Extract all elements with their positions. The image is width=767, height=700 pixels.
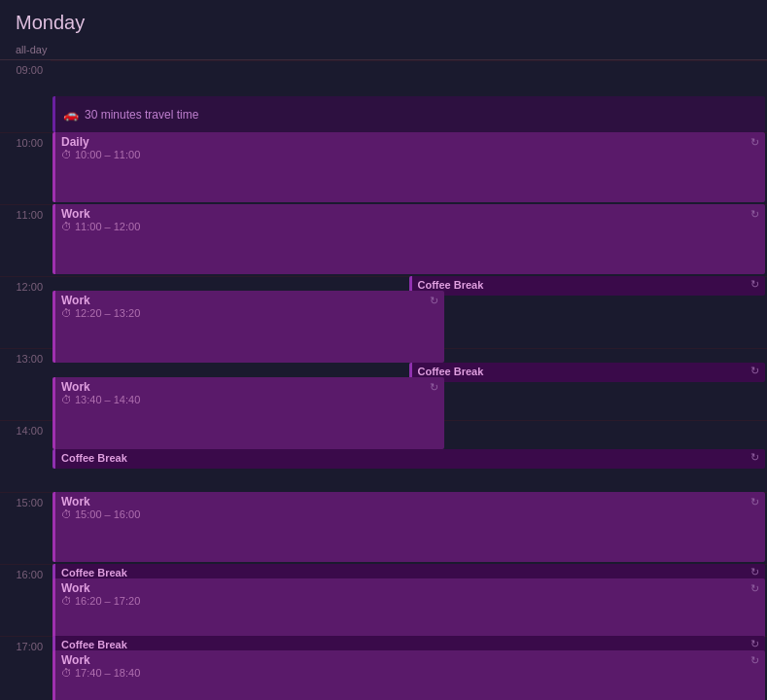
coffee-event-2[interactable]: ↻ Coffee Break: [409, 363, 766, 382]
daily-event[interactable]: ↻ Daily ⏱ 10:00 – 11:00: [52, 132, 765, 202]
travel-event[interactable]: 🚗 30 minutes travel time: [52, 96, 765, 132]
repeat-icon-7: ↻: [750, 654, 759, 667]
repeat-icon: ↻: [750, 136, 759, 149]
repeat-icon-c2: ↻: [750, 365, 759, 377]
repeat-icon-c1: ↻: [750, 278, 759, 291]
repeat-icon-4: ↻: [430, 381, 438, 394]
clock-icon: ⏱: [61, 149, 72, 160]
work6-title: Work: [61, 653, 759, 667]
work-event-6[interactable]: ↻ Work ⏱ 17:40 – 18:40: [52, 650, 765, 700]
coffee4-title: Coffee Break: [61, 567, 759, 578]
page-title: Monday: [0, 0, 767, 40]
time-column: 09:00 10:00 11:00 12:00 13:00 14:00 15:0…: [0, 60, 51, 700]
work1-title: Work: [61, 207, 759, 221]
event-time: ⏱ 10:00 – 11:00: [61, 149, 759, 160]
car-icon: 🚗: [63, 107, 79, 122]
work2-title: Work: [61, 294, 438, 307]
work5-title: Work: [61, 581, 759, 595]
work5-time: ⏱ 16:20 – 17:20: [61, 595, 759, 607]
event-title: Daily: [61, 135, 759, 149]
repeat-icon-5: ↻: [750, 496, 759, 508]
work1-time: ⏱ 11:00 – 12:00: [61, 221, 759, 232]
coffee5-title: Coffee Break: [61, 639, 759, 650]
repeat-icon-c5: ↻: [750, 638, 759, 650]
work3-time: ⏱ 13:40 – 14:40: [61, 394, 438, 405]
work2-time: ⏱ 12:20 – 13:20: [61, 307, 438, 319]
work-event-1[interactable]: ↻ Work ⏱ 11:00 – 12:00: [52, 204, 765, 274]
work6-time: ⏱ 17:40 – 18:40: [61, 667, 759, 679]
work-event-4[interactable]: ↻ Work ⏱ 15:00 – 16:00: [52, 492, 765, 562]
coffee-event-1[interactable]: ↻ Coffee Break: [409, 276, 766, 296]
repeat-icon-6: ↻: [750, 582, 759, 595]
repeat-icon-c3: ↻: [750, 451, 759, 464]
work-event-2[interactable]: ↻ Work ⏱ 12:20 – 13:20: [52, 291, 444, 363]
work4-title: Work: [61, 495, 759, 508]
repeat-icon-c4: ↻: [750, 566, 759, 578]
coffee1-title: Coffee Break: [418, 279, 760, 291]
work-event-3[interactable]: ↻ Work ⏱ 13:40 – 14:40: [52, 377, 444, 449]
coffee2-title: Coffee Break: [418, 366, 760, 377]
coffee3-title: Coffee Break: [61, 452, 759, 464]
repeat-icon-2: ↻: [750, 208, 759, 221]
coffee-event-3[interactable]: ↻ Coffee Break: [52, 449, 765, 469]
travel-title: 30 minutes travel time: [85, 108, 198, 122]
repeat-icon-3: ↻: [430, 295, 438, 307]
events-column: 🚗 30 minutes travel time ↻ Daily ⏱ 10:00…: [51, 60, 767, 700]
work4-time: ⏱ 15:00 – 16:00: [61, 508, 759, 520]
all-day-row: all-day: [0, 40, 767, 60]
work3-title: Work: [61, 380, 438, 394]
